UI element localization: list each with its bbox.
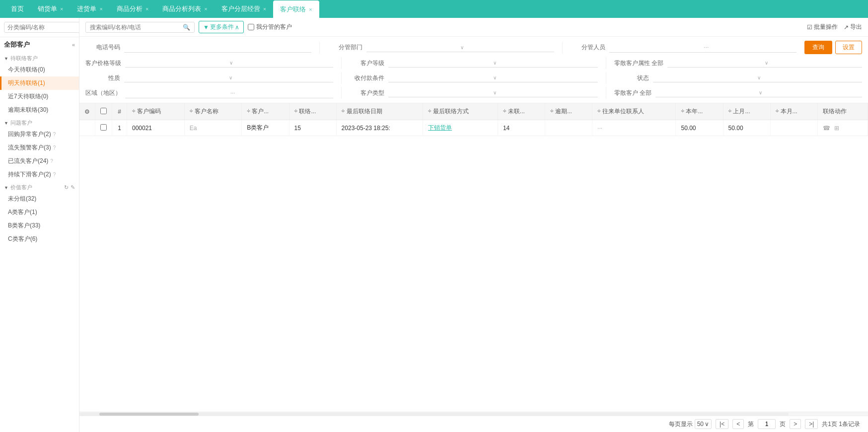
close-tab-0-icon[interactable]: × bbox=[60, 6, 63, 12]
th-code[interactable]: ÷ 客户编码 bbox=[127, 103, 185, 120]
page-size-select[interactable]: 50 ∨ bbox=[695, 419, 712, 429]
row-checkbox[interactable] bbox=[100, 124, 107, 131]
filter-divider-5 bbox=[341, 72, 342, 84]
filter-nature: 性质 ∨ bbox=[85, 73, 333, 82]
toolbar-search-input[interactable] bbox=[90, 24, 181, 31]
th-unit-contact[interactable]: ÷ 往来单位联系人 bbox=[592, 103, 676, 120]
toolbar-search-icon[interactable]: 🔍 bbox=[183, 24, 190, 31]
setting-button[interactable]: 设置 bbox=[835, 41, 862, 54]
filter-region-select[interactable]: ··· bbox=[125, 88, 333, 98]
filter-region-dots-icon[interactable]: ··· bbox=[230, 89, 332, 96]
nav-tab-4[interactable]: 客户分层经营 × bbox=[215, 0, 273, 18]
filter-phone-input[interactable] bbox=[124, 42, 311, 53]
th-overdue[interactable]: ÷ 逾期... bbox=[545, 103, 592, 120]
th-type[interactable]: ÷ 客户... bbox=[242, 103, 289, 120]
sidebar-item-class-b[interactable]: B类客户(33) bbox=[0, 219, 79, 232]
th-this-month[interactable]: ÷ 本月... bbox=[770, 103, 817, 120]
sidebar-search-area: 🔍 bbox=[0, 18, 79, 37]
filter-customer-type-select[interactable]: ∨ bbox=[388, 88, 597, 97]
page-last-btn[interactable]: >| bbox=[805, 419, 818, 429]
page-number-input[interactable] bbox=[758, 419, 776, 429]
churn-warn-help-icon[interactable]: ? bbox=[53, 145, 56, 150]
sidebar-collapse-icon[interactable]: « bbox=[72, 42, 75, 48]
sidebar-item-ungrouped[interactable]: 未分组(32) bbox=[0, 192, 79, 206]
sidebar-item-class-c[interactable]: C类客户(6) bbox=[0, 232, 79, 246]
nav-tab-1[interactable]: 进货单 × bbox=[70, 0, 109, 18]
page-next-btn[interactable]: > bbox=[790, 419, 801, 429]
sidebar-item-churned[interactable]: 已流失客户(24) ? bbox=[0, 154, 79, 168]
filter-dept-select[interactable]: ∨ bbox=[366, 43, 554, 52]
grid-action-icon[interactable]: ⊞ bbox=[834, 125, 839, 132]
page-size-arrow-icon: ∨ bbox=[705, 421, 709, 428]
close-tab-2-icon[interactable]: × bbox=[145, 6, 148, 12]
filter-scatter-select[interactable]: ∨ bbox=[655, 88, 862, 97]
main-layout: 🔍 全部客户 « ▼ 待联络客户 今天待联络(0) 明天待联络(1) 近7天待联… bbox=[0, 18, 868, 432]
sidebar-item-today[interactable]: 今天待联络(0) bbox=[0, 63, 79, 76]
th-last-contact-method[interactable]: ÷ 最后联络方式 bbox=[423, 103, 498, 120]
th-not-contacted[interactable]: ÷ 未联... bbox=[498, 103, 545, 120]
export-btn[interactable]: ↗ 导出 bbox=[844, 23, 862, 31]
th-last-contact-date[interactable]: ÷ 最后联络日期 bbox=[336, 103, 423, 120]
th-name[interactable]: ÷ 客户名称 bbox=[184, 103, 242, 120]
nav-tab-2[interactable]: 商品分析 × bbox=[110, 0, 155, 18]
churned-help-icon[interactable]: ? bbox=[50, 158, 53, 164]
repurchase-help-icon[interactable]: ? bbox=[53, 132, 56, 137]
th-action: 联络动作 bbox=[817, 103, 868, 120]
my-customers-checkbox-input[interactable] bbox=[248, 24, 254, 30]
td-checkbox[interactable] bbox=[95, 120, 112, 136]
sidebar-item-7days[interactable]: 近7天待联络(0) bbox=[0, 90, 79, 103]
th-last-month[interactable]: ÷ 上月... bbox=[723, 103, 770, 120]
filter-customer-type: 客户类型 ∨ bbox=[350, 88, 597, 97]
sidebar-all-customers[interactable]: 全部客户 « bbox=[0, 37, 79, 52]
batch-operation-btn[interactable]: ☑ 批量操作 bbox=[807, 23, 838, 31]
th-checkbox[interactable] bbox=[95, 103, 112, 120]
page-first-btn[interactable]: |< bbox=[716, 419, 728, 429]
sidebar-item-repurchase[interactable]: 回购异常客户(2) ? bbox=[0, 128, 79, 141]
close-tab-3-icon[interactable]: × bbox=[204, 6, 207, 12]
phone-action-icon[interactable]: ☎ bbox=[823, 125, 830, 132]
filter-scatter-attr-select[interactable]: ∨ bbox=[667, 59, 862, 68]
select-all-checkbox[interactable] bbox=[100, 108, 107, 114]
filter-scatter: 零散客户 全部 ∨ bbox=[614, 88, 862, 97]
nav-home[interactable]: 首页 bbox=[4, 4, 31, 13]
page-prev-btn[interactable]: < bbox=[732, 419, 744, 429]
my-customers-checkbox[interactable]: 我分管的客户 bbox=[248, 23, 292, 31]
td-name: Ea bbox=[184, 120, 242, 136]
filter-divider-2 bbox=[562, 42, 563, 54]
sidebar-item-overdue[interactable]: 逾期未联络(30) bbox=[0, 103, 79, 117]
last-contact-link[interactable]: 下销货单 bbox=[428, 124, 452, 131]
nav-tab-3[interactable]: 商品分析列表 × bbox=[155, 0, 214, 18]
filter-status-select[interactable]: ∨ bbox=[653, 73, 862, 82]
query-button[interactable]: 查询 bbox=[804, 41, 832, 54]
close-tab-5-icon[interactable]: × bbox=[309, 6, 312, 12]
nav-tab-0[interactable]: 销货单 × bbox=[31, 0, 70, 18]
filter-dept: 分管部门 ∨ bbox=[328, 43, 554, 52]
scrollbar-thumb[interactable] bbox=[99, 413, 199, 416]
close-tab-1-icon[interactable]: × bbox=[99, 6, 102, 12]
filter-payment-select[interactable]: ∨ bbox=[388, 73, 597, 82]
sidebar-item-class-a[interactable]: A类客户(1) bbox=[0, 206, 79, 219]
th-contacts[interactable]: ÷ 联络... bbox=[289, 103, 336, 120]
filter-customer-type-arrow-icon: ∨ bbox=[493, 90, 596, 95]
sidebar-item-churn-warn[interactable]: 流失预警客户(3) ? bbox=[0, 141, 79, 154]
sidebar-item-declining[interactable]: 持续下滑客户(2) ? bbox=[0, 168, 79, 181]
scrollbar-track[interactable] bbox=[79, 413, 789, 416]
sidebar-item-tomorrow[interactable]: 明天待联络(1) bbox=[0, 76, 79, 90]
filter-person-dots-icon[interactable]: ··· bbox=[704, 44, 795, 51]
declining-help-icon[interactable]: ? bbox=[53, 172, 56, 177]
filter-nature-select[interactable]: ∨ bbox=[124, 73, 333, 82]
filter-customer-level-select[interactable]: ∨ bbox=[388, 59, 597, 68]
th-this-year[interactable]: ÷ 本年... bbox=[676, 103, 723, 120]
nav-tab-5[interactable]: 客户联络 × bbox=[273, 0, 319, 18]
content-area: 🔍 ▼ 更多条件 ∧ 我分管的客户 ☑ 批量操作 ↗ 导出 bbox=[79, 18, 868, 432]
td-last-contact-method[interactable]: 下销货单 bbox=[423, 120, 498, 136]
filter-person-select[interactable]: ··· bbox=[609, 42, 796, 53]
filter-price-level-select[interactable]: ∨ bbox=[125, 59, 333, 68]
sidebar-search-input[interactable] bbox=[4, 22, 79, 33]
toolbar-filter-btn[interactable]: ▼ 更多条件 ∧ bbox=[199, 21, 244, 33]
sidebar-value-refresh-icon[interactable]: ↻ bbox=[64, 184, 69, 191]
sidebar-value-edit-icon[interactable]: ✎ bbox=[71, 184, 75, 191]
th-settings[interactable]: ⚙ bbox=[79, 103, 95, 120]
table-footer: 每页显示 50 ∨ |< < 第 页 > >| 共1页 1条记录 bbox=[79, 416, 868, 432]
close-tab-4-icon[interactable]: × bbox=[263, 6, 266, 12]
